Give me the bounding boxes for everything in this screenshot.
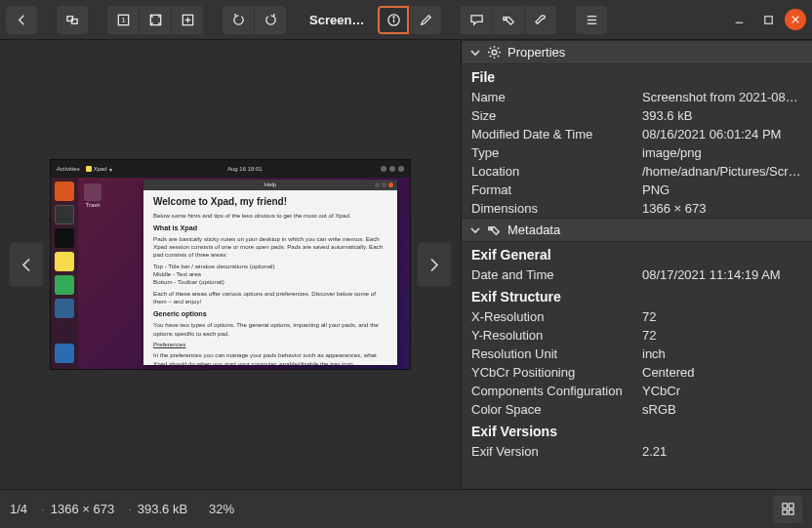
close-button[interactable] [785, 9, 806, 30]
prop-row: Y-Resolution72 [462, 326, 812, 345]
thumbnails-grid-button[interactable] [773, 496, 802, 523]
back-button[interactable] [6, 6, 37, 34]
tools-button[interactable] [525, 6, 556, 34]
titlebar: 1 Screens… [0, 0, 812, 40]
prop-row: NameScreenshot from 2021-08-1… [462, 88, 812, 106]
maximize-button[interactable] [755, 6, 781, 34]
prop-row: Size393.6 kB [462, 106, 812, 125]
prop-row: Components ConfigurationYCbCr [462, 382, 812, 400]
tools-group [461, 6, 556, 34]
prop-row: Exif Version2.21 [462, 442, 812, 461]
fullscreen-toggle-button[interactable] [57, 6, 88, 34]
rotate-left-button[interactable] [223, 6, 254, 34]
section-title: Metadata [508, 223, 560, 237]
group-exif-versions: Exif Versions [462, 419, 812, 442]
chevron-down-icon [469, 224, 481, 236]
thumb-help-titlebar: Help [143, 180, 397, 190]
minimize-button[interactable] [726, 6, 751, 34]
zoom-original-button[interactable]: 1 [107, 6, 139, 34]
gear-icon [487, 45, 502, 60]
properties-button[interactable] [378, 6, 409, 34]
prop-row: Location/home/adnan/Pictures/Scre… [462, 162, 812, 181]
section-metadata[interactable]: Metadata [462, 218, 812, 242]
svg-point-17 [492, 50, 497, 55]
thumb-trash-label: Trash [82, 183, 103, 208]
status-zoom: 32% [209, 502, 234, 516]
svg-rect-20 [789, 504, 793, 508]
thumb-activities: Activities [57, 166, 80, 172]
prop-row: FormatPNG [462, 181, 812, 199]
edit-button[interactable] [410, 6, 441, 34]
zoom-fit-button[interactable] [140, 6, 171, 34]
thumb-clock: Aug 16 18:01 [118, 166, 372, 172]
thumb-app-indicator: Xpad▾ [86, 166, 112, 173]
svg-rect-21 [782, 509, 787, 514]
zoom-fit-width-button[interactable] [172, 6, 203, 34]
group-file: File [462, 64, 812, 88]
thumb-h1: Welcome to Xpad, my friend! [153, 195, 387, 209]
group-exif-general: Exif General [462, 242, 812, 265]
launcher-icon [55, 182, 74, 201]
section-properties[interactable]: Properties [462, 40, 812, 64]
svg-point-18 [491, 228, 493, 230]
svg-point-10 [392, 16, 393, 17]
thumb-launcher [51, 178, 78, 369]
statusbar: 1/4 1366 × 673 393.6 kB 32% [0, 489, 812, 528]
rotate-right-button[interactable] [255, 6, 286, 34]
comment-button[interactable] [461, 6, 492, 34]
svg-rect-19 [782, 504, 787, 508]
tag-button[interactable] [493, 6, 524, 34]
prop-row: X-Resolution72 [462, 307, 812, 326]
chevron-down-icon [469, 47, 481, 59]
launcher-icon [55, 205, 74, 224]
svg-rect-16 [764, 16, 772, 23]
thumb-help-window: Help Welcome to Xpad, my friend! Below s… [143, 180, 397, 365]
section-title: Properties [508, 45, 565, 60]
rotate-group [223, 6, 286, 34]
svg-point-11 [505, 18, 507, 20]
prop-row: Date and Time08/17/2021 11:14:19 AM [462, 265, 812, 284]
window-title: Screens… [305, 13, 374, 27]
properties-panel[interactable]: Properties File NameScreenshot from 2021… [461, 40, 812, 489]
launcher-icon [55, 275, 74, 295]
group-exif-structure: Exif Structure [462, 284, 812, 307]
launcher-icon [55, 299, 74, 318]
fit-group: 1 [107, 6, 203, 34]
launcher-icon [55, 228, 74, 248]
svg-text:1: 1 [121, 16, 125, 24]
prop-row: Color SpacesRGB [462, 400, 812, 419]
status-filesize: 393.6 kB [122, 502, 187, 516]
status-dimensions: 1366 × 673 [35, 502, 114, 516]
launcher-icon [55, 252, 74, 271]
hamburger-menu-button[interactable] [576, 6, 607, 34]
image-content: Activities Xpad▾ Aug 16 18:01 Trash Help [50, 159, 411, 370]
thumb-sys-icons [378, 166, 404, 173]
prop-row: YCbCr PositioningCentered [462, 363, 812, 382]
prev-image-button[interactable] [10, 243, 43, 287]
next-image-button[interactable] [418, 243, 451, 287]
thumb-topbar: Activities Xpad▾ Aug 16 18:01 [51, 160, 410, 178]
prop-row: Resolution Unitinch [462, 345, 812, 363]
tag-icon [487, 223, 502, 237]
info-edit-group [378, 6, 441, 34]
prop-row: Modified Date & Time08/16/2021 06:01:24 … [462, 125, 812, 143]
status-index: 1/4 [10, 502, 27, 516]
image-viewer[interactable]: Activities Xpad▾ Aug 16 18:01 Trash Help [0, 40, 461, 489]
prop-row: Typeimage/png [462, 143, 812, 162]
svg-rect-22 [789, 509, 793, 514]
prop-row: Dimensions1366 × 673 [462, 199, 812, 218]
launcher-icon [55, 344, 74, 363]
main-area: Activities Xpad▾ Aug 16 18:01 Trash Help [0, 40, 812, 489]
